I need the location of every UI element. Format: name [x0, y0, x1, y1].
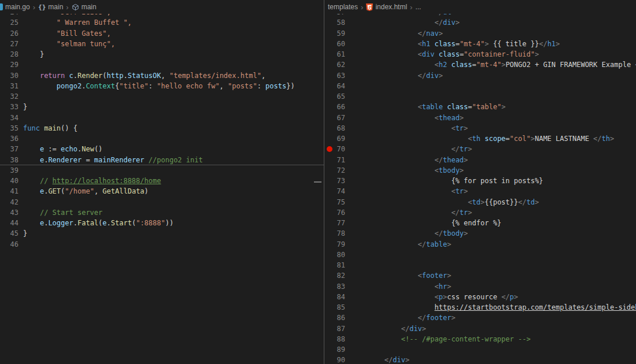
line-number-gutter[interactable]: 35 — [0, 123, 23, 133]
line-number-gutter[interactable]: 80 — [324, 250, 351, 260]
code-line-content[interactable]: return c.Render(http.StatusOK, "template… — [23, 70, 324, 81]
line-number-gutter[interactable]: 45 — [0, 228, 23, 239]
code-editor-main-go[interactable]: 24 "Jeff Bezos",25 " Warren Buffet ",26 … — [0, 7, 324, 250]
code-line-content[interactable] — [23, 91, 324, 102]
line-number-gutter[interactable]: 66 — [324, 102, 351, 112]
code-line-content[interactable] — [23, 239, 324, 250]
code-line-content[interactable]: <h1 class="mt-4"> {{ title }}</h1> — [351, 39, 636, 49]
code-line-content[interactable]: <!-- /#page-content-wrapper --> — [351, 334, 636, 344]
code-line-content[interactable]: <th scope="col">NAME LASTNAME </th> — [351, 133, 636, 144]
line-number-gutter[interactable]: 40 — [0, 176, 23, 186]
line-number-gutter[interactable]: 44 — [0, 218, 23, 228]
line-number-gutter[interactable]: 29 — [0, 60, 23, 70]
line-number-gutter[interactable]: 62 — [324, 60, 351, 70]
code-line-content[interactable] — [23, 133, 324, 144]
code-line-content[interactable]: func main() { — [23, 123, 324, 133]
line-number-gutter[interactable]: 68 — [324, 123, 351, 133]
line-number-gutter[interactable]: 72 — [324, 165, 351, 176]
code-line-content[interactable]: } — [23, 102, 324, 112]
code-line-content[interactable]: </div> — [351, 17, 636, 28]
line-number-gutter[interactable]: 75 — [324, 197, 351, 207]
line-number-gutter[interactable]: 28 — [0, 49, 23, 60]
code-line-content[interactable]: <div class="container-fluid"> — [351, 49, 636, 60]
code-line-content[interactable] — [351, 344, 636, 355]
code-line-content[interactable] — [351, 250, 636, 260]
code-line-content[interactable]: {% endfor %} — [351, 218, 636, 228]
line-number-gutter[interactable]: 65 — [324, 91, 351, 102]
code-line-content[interactable]: <tr> — [351, 186, 636, 196]
code-line-content[interactable]: "Bill Gates", — [23, 28, 324, 39]
line-number-gutter[interactable]: 88 — [324, 334, 351, 344]
line-number-gutter[interactable]: 63 — [324, 70, 351, 81]
breadcrumb-item-namespace[interactable]: {} main — [38, 3, 63, 11]
code-line-content[interactable] — [23, 165, 324, 176]
code-line-content[interactable]: </tbody> — [351, 228, 636, 239]
line-number-gutter[interactable]: 59 — [324, 28, 351, 39]
line-number-gutter[interactable]: 84 — [324, 292, 351, 302]
breakpoint-icon[interactable] — [327, 146, 332, 152]
code-line-content[interactable]: e.Logger.Fatal(e.Start(":8888")) — [23, 218, 324, 228]
line-number-gutter[interactable]: 43 — [0, 207, 23, 218]
editor-group-divider[interactable] — [324, 0, 324, 364]
breadcrumb-item-file[interactable]: index.html — [366, 3, 407, 11]
code-line-content[interactable] — [351, 81, 636, 91]
code-line-content[interactable] — [351, 91, 636, 102]
code-line-content[interactable] — [23, 197, 324, 207]
breadcrumb-item-collapsed[interactable]: ... — [415, 3, 421, 11]
code-line-content[interactable]: </footer> — [351, 313, 636, 323]
code-line-content[interactable]: <thead> — [351, 113, 636, 123]
line-number-gutter[interactable]: 77 — [324, 218, 351, 228]
line-number-gutter[interactable]: 74 — [324, 186, 351, 196]
line-number-gutter[interactable]: 89 — [324, 344, 351, 355]
breadcrumb-item-folder[interactable]: templates — [328, 3, 358, 11]
line-number-gutter[interactable]: 70 — [324, 144, 351, 154]
code-line-content[interactable]: </thead> — [351, 155, 636, 165]
breadcrumb-item-file[interactable]: main.go — [3, 3, 30, 11]
code-line-content[interactable]: </tr> — [351, 144, 636, 154]
line-number-gutter[interactable]: 33 — [0, 102, 23, 112]
line-number-gutter[interactable]: 81 — [324, 260, 351, 270]
code-line-content[interactable] — [23, 60, 324, 70]
line-number-gutter[interactable]: 85 — [324, 302, 351, 313]
code-line-content[interactable]: </table> — [351, 239, 636, 250]
code-line-content[interactable]: "selman tunç", — [23, 39, 324, 49]
code-line-content[interactable]: </div> — [351, 355, 636, 364]
code-line-content[interactable]: // Start server — [23, 207, 324, 218]
line-number-gutter[interactable]: 32 — [0, 91, 23, 102]
line-number-gutter[interactable]: 69 — [324, 133, 351, 144]
code-line-content[interactable]: } — [23, 49, 324, 60]
line-number-gutter[interactable]: 71 — [324, 155, 351, 165]
line-number-gutter[interactable]: 36 — [0, 133, 23, 144]
code-line-content[interactable]: // http://localhost:8888/home — [23, 176, 324, 186]
code-line-content[interactable]: <footer> — [351, 270, 636, 281]
line-number-gutter[interactable]: 60 — [324, 39, 351, 49]
line-number-gutter[interactable]: 83 — [324, 281, 351, 292]
line-number-gutter[interactable]: 30 — [0, 70, 23, 81]
code-line-content[interactable]: pongo2.Context{"title": "hello echo fw",… — [23, 81, 324, 91]
code-line-content[interactable]: </div> — [351, 70, 636, 81]
line-number-gutter[interactable]: 67 — [324, 113, 351, 123]
line-number-gutter[interactable]: 58 — [324, 17, 351, 28]
line-number-gutter[interactable]: 73 — [324, 176, 351, 186]
code-line-content[interactable] — [23, 113, 324, 123]
code-line-content[interactable]: " Warren Buffet ", — [23, 17, 324, 28]
code-line-content[interactable]: <h2 class="mt-4">PONGO2 + GIN FRAMEWORK … — [351, 60, 636, 70]
code-editor-index-html[interactable]: 57 </ul>58 </div>59 </nav>60 <h1 class="… — [324, 7, 636, 364]
line-number-gutter[interactable]: 25 — [0, 17, 23, 28]
line-number-gutter[interactable]: 61 — [324, 49, 351, 60]
code-line-content[interactable]: e.GET("/home", GetAllData) — [23, 186, 324, 196]
line-number-gutter[interactable]: 31 — [0, 81, 23, 91]
code-line-content[interactable]: </tr> — [351, 207, 636, 218]
line-number-gutter[interactable]: 34 — [0, 113, 23, 123]
line-number-gutter[interactable]: 78 — [324, 228, 351, 239]
line-number-gutter[interactable]: 41 — [0, 186, 23, 196]
line-number-gutter[interactable]: 90 — [324, 355, 351, 364]
line-number-gutter[interactable]: 38 — [0, 155, 23, 165]
code-line-content[interactable] — [351, 260, 636, 270]
code-line-content[interactable]: </div> — [351, 324, 636, 334]
breadcrumb-item-package[interactable]: main — [72, 3, 97, 11]
code-line-content[interactable]: <tr> — [351, 123, 636, 133]
code-line-content[interactable]: e.Renderer = mainRenderer //pongo2 init — [23, 155, 324, 165]
code-line-content[interactable]: <hr> — [351, 281, 636, 292]
line-number-gutter[interactable]: 82 — [324, 270, 351, 281]
